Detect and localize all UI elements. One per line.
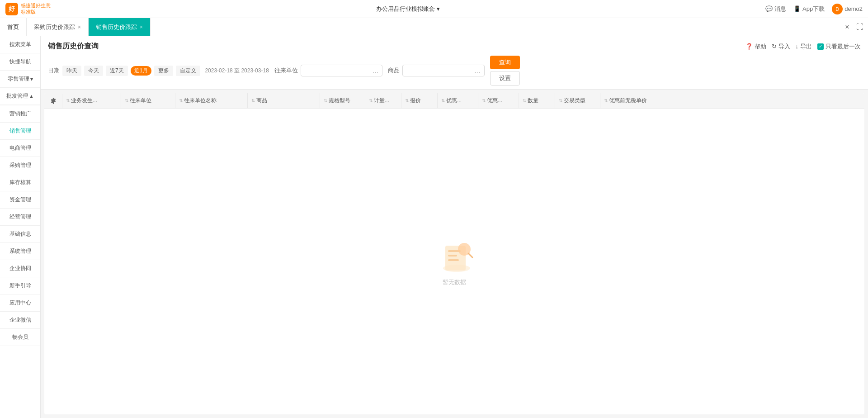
date-btn-more[interactable]: 更多 bbox=[154, 66, 173, 76]
sidebar-item-search[interactable]: 搜索菜单 bbox=[0, 36, 40, 53]
th-trade-type[interactable]: ⇅ 交易类型 bbox=[555, 93, 600, 108]
sidebar-item-purchase-mgmt[interactable]: 采购管理 bbox=[0, 157, 40, 174]
th-business-date[interactable]: ⇅ 业务发生... bbox=[62, 93, 121, 108]
date-btn-1month[interactable]: 近1月 bbox=[131, 66, 152, 76]
sidebar-item-system[interactable]: 系统管理 bbox=[0, 243, 40, 260]
date-label: 日期 bbox=[48, 66, 60, 75]
counterpart-filter-group: 往来单位 ... bbox=[274, 65, 382, 76]
sort-icon: ⇅ bbox=[405, 98, 409, 103]
action-btn-group: 查询 设置 bbox=[490, 56, 520, 86]
page-title-row: 销售历史价查询 ❓ 帮助 ↻ 导入 ↓ 导出 bbox=[48, 42, 861, 51]
sidebar-item-ecom[interactable]: 电商管理 bbox=[0, 140, 40, 157]
sidebar-item-member[interactable]: 畅会员 bbox=[0, 329, 40, 346]
import-button[interactable]: ↻ 导入 bbox=[772, 43, 790, 51]
top-bar-left: 好 畅捷通好生意 标准版 bbox=[5, 3, 51, 15]
th-goods[interactable]: ⇅ 商品 bbox=[248, 93, 320, 108]
tab-actions: × ⛶ bbox=[843, 23, 868, 32]
sort-icon: ⇅ bbox=[559, 98, 562, 103]
message-button[interactable]: 💬 消息 bbox=[765, 5, 786, 13]
help-button[interactable]: ❓ 帮助 bbox=[745, 43, 766, 51]
th-dis1[interactable]: ⇅ 优惠... bbox=[438, 93, 478, 108]
sort-icon: ⇅ bbox=[125, 98, 128, 103]
help-icon: ❓ bbox=[745, 43, 753, 50]
date-btn-today[interactable]: 今天 bbox=[84, 66, 103, 76]
message-icon: 💬 bbox=[765, 5, 773, 12]
sidebar-item-finance[interactable]: 资金管理 bbox=[0, 191, 40, 209]
sidebar-item-retail[interactable]: 零售管理 ▾ bbox=[0, 71, 40, 88]
maximize-tab-action[interactable]: ⛶ bbox=[855, 23, 864, 32]
counterpart-picker-icon[interactable]: ... bbox=[373, 66, 378, 75]
sidebar-item-wechat[interactable]: 企业微信 bbox=[0, 312, 40, 329]
th-price[interactable]: ⇅ 报价 bbox=[401, 93, 438, 108]
sidebar-item-guide[interactable]: 新手引导 bbox=[0, 277, 40, 294]
goods-input[interactable] bbox=[406, 67, 474, 74]
date-btn-yesterday[interactable]: 昨天 bbox=[62, 66, 81, 76]
sidebar-item-shortcut[interactable]: 快捷导航 bbox=[0, 53, 40, 71]
th-qty[interactable]: ⇅ 数量 bbox=[519, 93, 555, 108]
tab-purchase[interactable]: 采购历史价跟踪 × bbox=[27, 18, 89, 36]
sidebar-item-marketing[interactable]: 营销推广 bbox=[0, 105, 40, 123]
th-unit-code[interactable]: ⇅ 往来单位 bbox=[121, 93, 175, 108]
goods-input-wrapper: ... bbox=[402, 65, 484, 76]
sort-icon: ⇅ bbox=[604, 98, 608, 103]
logo-area: 好 畅捷通好生意 标准版 bbox=[5, 3, 51, 15]
th-dis2[interactable]: ⇅ 优惠... bbox=[478, 93, 519, 108]
svg-rect-3 bbox=[448, 255, 457, 256]
counterpart-input[interactable] bbox=[305, 67, 373, 74]
avatar: D bbox=[832, 4, 843, 14]
export-button[interactable]: ↓ 导出 bbox=[796, 43, 812, 51]
tab-sales[interactable]: 销售历史价跟踪 × bbox=[89, 18, 151, 36]
goods-picker-icon[interactable]: ... bbox=[474, 66, 480, 75]
sort-icon: ⇅ bbox=[66, 98, 70, 103]
empty-text: 暂无数据 bbox=[443, 278, 466, 286]
logo-text: 畅捷通好生意 标准版 bbox=[21, 3, 51, 14]
app-download-button[interactable]: 📱 App下载 bbox=[793, 5, 825, 13]
empty-state: 暂无数据 bbox=[44, 109, 864, 414]
sidebar-item-appstore[interactable]: 应用中心 bbox=[0, 294, 40, 312]
chevron-down-icon: ▾ bbox=[437, 5, 440, 12]
page-title: 销售历史价查询 bbox=[48, 42, 99, 51]
checkbox-icon bbox=[817, 43, 824, 50]
setting-button[interactable]: 设置 bbox=[490, 71, 520, 86]
sidebar-item-inventory[interactable]: 库存核算 bbox=[0, 174, 40, 191]
tab-sales-close[interactable]: × bbox=[140, 24, 143, 30]
user-area[interactable]: D demo2 bbox=[832, 4, 863, 14]
tab-purchase-close[interactable]: × bbox=[78, 24, 81, 30]
arrow-icon: ▾ bbox=[30, 76, 33, 82]
phone-icon: 📱 bbox=[793, 5, 801, 12]
export-icon: ↓ bbox=[796, 43, 799, 50]
tab-home[interactable]: 首页 bbox=[0, 18, 27, 36]
date-range-display: 2023-02-18 至 2023-03-18 bbox=[205, 67, 269, 75]
settings-icon bbox=[50, 98, 57, 104]
table-area: ⇅ 业务发生... ⇅ 往来单位 ⇅ 往来单位名称 ⇅ 商品 ⇅ 规格型号 bbox=[44, 93, 864, 414]
query-button[interactable]: 查询 bbox=[490, 56, 520, 69]
th-notax-price[interactable]: ⇅ 优惠前无税单价 bbox=[600, 93, 864, 108]
sidebar-item-enterprise[interactable]: 企业协同 bbox=[0, 260, 40, 277]
th-spec[interactable]: ⇅ 规格型号 bbox=[320, 93, 365, 108]
date-filter-group: 日期 昨天 今天 近7天 近1月 更多 自定义 2023-02-18 至 202… bbox=[48, 66, 269, 76]
sort-icon: ⇅ bbox=[441, 98, 445, 103]
sidebar-item-sales-mgmt[interactable]: 销售管理 bbox=[0, 123, 40, 140]
svg-line-6 bbox=[468, 253, 472, 257]
sidebar-item-wholesale[interactable]: 批发管理 ▲ bbox=[0, 88, 40, 105]
page-actions: ❓ 帮助 ↻ 导入 ↓ 导出 只看最后一次 bbox=[745, 43, 861, 51]
empty-illustration bbox=[436, 237, 472, 273]
top-bar-right: 💬 消息 📱 App下载 D demo2 bbox=[765, 4, 863, 14]
industry-selector[interactable]: 办公用品行业模拟账套 ▾ bbox=[376, 5, 440, 13]
sidebar-item-business[interactable]: 经营管理 bbox=[0, 209, 40, 226]
goods-filter-group: 商品 ... bbox=[388, 65, 484, 76]
date-btn-custom[interactable]: 自定义 bbox=[176, 66, 200, 76]
sidebar-item-basic[interactable]: 基础信息 bbox=[0, 226, 40, 243]
th-unit-name[interactable]: ⇅ 往来单位名称 bbox=[175, 93, 248, 108]
date-btn-7days[interactable]: 近7天 bbox=[106, 66, 128, 76]
close-tab-action[interactable]: × bbox=[843, 23, 852, 32]
svg-rect-4 bbox=[448, 259, 459, 261]
top-bar: 好 畅捷通好生意 标准版 办公用品行业模拟账套 ▾ 💬 消息 📱 App下载 D… bbox=[0, 0, 868, 18]
th-settings[interactable] bbox=[44, 94, 62, 108]
tab-bar: 首页 采购历史价跟踪 × 销售历史价跟踪 × × ⛶ bbox=[0, 18, 868, 36]
th-calc-unit[interactable]: ⇅ 计量... bbox=[365, 93, 401, 108]
counterpart-input-wrapper: ... bbox=[301, 65, 382, 76]
only-last-toggle[interactable]: 只看最后一次 bbox=[817, 43, 861, 51]
sort-icon: ⇅ bbox=[179, 98, 183, 103]
import-icon: ↻ bbox=[772, 43, 777, 50]
